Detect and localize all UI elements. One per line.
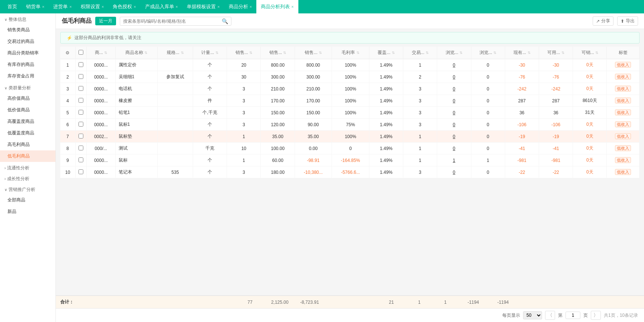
cell-sales-price: 100.00 xyxy=(261,143,295,154)
col-sales-qty[interactable]: 销售... ⇅ xyxy=(227,47,261,59)
cell-sales-price: 120.00 xyxy=(261,119,295,131)
col-available-stock[interactable]: 可用... ⇅ xyxy=(539,47,573,59)
cell-checkbox[interactable] xyxy=(75,71,86,83)
sidebar-item-new-goods[interactable]: 新品 xyxy=(0,206,55,217)
col-saleable-days[interactable]: 可销... ⇅ xyxy=(573,47,607,59)
sidebar-item-goods-category-rate[interactable]: 商品分类助销率 xyxy=(0,47,55,59)
cell-name[interactable]: 吴细细1 xyxy=(115,71,157,83)
sidebar-item-low-margin[interactable]: 低毛利商品 xyxy=(0,150,55,162)
cell-name[interactable]: 笔记本 xyxy=(115,166,157,178)
next-page-button[interactable]: 〉 xyxy=(591,311,601,320)
sidebar-item-low-value[interactable]: 低价值商品 xyxy=(0,104,55,116)
cell-current-stock: -106 xyxy=(505,119,539,131)
sidebar-item-traded-goods[interactable]: 交易过的商品 xyxy=(0,36,55,47)
nav-close-sales[interactable]: × xyxy=(42,4,44,9)
cell-browse1[interactable]: 0 xyxy=(437,119,471,131)
search-box[interactable]: 🔍 xyxy=(120,17,231,26)
col-tag[interactable]: 标签 xyxy=(607,47,640,59)
col-trade-count[interactable]: 交易... ⇅ xyxy=(403,47,437,59)
nav-close-goods[interactable]: × xyxy=(250,4,252,9)
sidebar-item-stock-goods[interactable]: 有库存的商品 xyxy=(0,59,55,70)
col-spec[interactable]: 规格... ⇅ xyxy=(157,47,193,59)
cell-browse1[interactable]: 1 xyxy=(437,154,471,166)
cell-current-stock: -41 xyxy=(505,143,539,154)
col-sales-price[interactable]: 销售... ⇅ xyxy=(261,47,295,59)
nav-template-settings[interactable]: 单据模板设置× xyxy=(182,0,224,13)
sidebar-item-high-margin[interactable]: 高毛利商品 xyxy=(0,139,55,150)
footer-browse2: 1 xyxy=(432,300,458,305)
cell-name[interactable]: 鼠标垫 xyxy=(115,131,157,143)
nav-close-role[interactable]: × xyxy=(134,4,136,9)
nav-close-product[interactable]: × xyxy=(176,4,178,9)
cell-name[interactable]: 鼠标1 xyxy=(115,119,157,131)
cell-browse1[interactable]: 0 xyxy=(437,59,471,71)
cell-browse1[interactable]: 0 xyxy=(437,107,471,119)
cell-checkbox[interactable] xyxy=(75,143,86,154)
cell-checkbox[interactable] xyxy=(75,154,86,166)
nav-close-goods-list[interactable]: × xyxy=(291,4,294,9)
col-gross-margin[interactable]: 毛利率 ⇅ xyxy=(332,47,369,59)
time-filter-button[interactable]: 近一月 xyxy=(95,17,116,25)
sidebar-item-high-coverage[interactable]: 高覆盖度商品 xyxy=(0,116,55,127)
cell-checkbox[interactable] xyxy=(75,83,86,95)
cell-name[interactable]: 电话机 xyxy=(115,83,157,95)
cell-checkbox[interactable] xyxy=(75,59,86,71)
col-code[interactable]: 商... ⇅ xyxy=(86,47,115,59)
nav-goods-analysis-list[interactable]: 商品分析列表× xyxy=(256,0,298,13)
sidebar-group-circulation[interactable]: › 流通性分析 xyxy=(0,162,55,173)
col-sales-amount[interactable]: 销售... ⇅ xyxy=(295,47,332,59)
sidebar-item-low-coverage[interactable]: 低覆盖度商品 xyxy=(0,127,55,139)
col-checkbox[interactable] xyxy=(75,47,86,59)
nav-permission[interactable]: 权限设置× xyxy=(76,0,108,13)
notice-text: 这部分商品的利润非常低，请关注 xyxy=(74,35,141,41)
cell-name[interactable]: 属性定价 xyxy=(115,59,157,71)
sidebar-item-high-value[interactable]: 高价值商品 xyxy=(0,93,55,104)
cell-checkbox[interactable] xyxy=(75,107,86,119)
cell-name[interactable]: 鼠标 xyxy=(115,154,157,166)
cell-checkbox[interactable] xyxy=(75,119,86,131)
sidebar-item-all-goods[interactable]: 全部商品 xyxy=(0,194,55,206)
cell-checkbox[interactable] xyxy=(75,95,86,107)
sidebar-group-overall[interactable]: ∨ 整体信息 xyxy=(0,13,55,24)
cell-browse1[interactable]: 0 xyxy=(437,95,471,107)
nav-close-purchase[interactable]: × xyxy=(69,4,71,9)
cell-sales-qty: 3 xyxy=(227,95,261,107)
nav-close-template[interactable]: × xyxy=(217,4,220,9)
col-unit[interactable]: 计量... ⇅ xyxy=(193,47,227,59)
col-settings[interactable]: ⚙ xyxy=(60,47,75,59)
nav-sales-order[interactable]: 销货单× xyxy=(22,0,49,13)
nav-goods-analysis[interactable]: 商品分析× xyxy=(224,0,256,13)
cell-browse1[interactable]: 0 xyxy=(437,71,471,83)
page-input[interactable] xyxy=(565,312,580,319)
cell-browse1[interactable]: 0 xyxy=(437,143,471,154)
search-input[interactable] xyxy=(123,19,222,24)
cell-name[interactable]: 测试 xyxy=(115,143,157,154)
sidebar-item-sales-goods[interactable]: 销售类商品 xyxy=(0,24,55,36)
col-browse1[interactable]: 浏览... ⇅ xyxy=(437,47,471,59)
nav-close-permission[interactable]: × xyxy=(102,4,104,9)
prev-page-button[interactable]: 〈 xyxy=(545,311,555,320)
nav-home[interactable]: 首页 xyxy=(3,0,22,13)
cell-browse1[interactable]: 0 xyxy=(437,166,471,178)
select-all-checkbox[interactable] xyxy=(79,50,83,55)
cell-name[interactable]: 铅笔1 xyxy=(115,107,157,119)
cell-browse1[interactable]: 0 xyxy=(437,131,471,143)
share-button[interactable]: ↗ 分享 xyxy=(593,16,613,26)
sidebar-group-growth[interactable]: › 成长性分析 xyxy=(0,173,55,184)
nav-product-entry[interactable]: 产成品入库单× xyxy=(141,0,182,13)
cell-browse1[interactable]: 0 xyxy=(437,83,471,95)
sidebar-group-cluster[interactable]: ∨ 类群量分析 xyxy=(0,82,55,93)
nav-role-auth[interactable]: 角色授权× xyxy=(108,0,140,13)
col-coverage[interactable]: 覆盖... ⇅ xyxy=(369,47,403,59)
sidebar-item-stock-capital[interactable]: 库存资金占用 xyxy=(0,70,55,82)
col-current-stock[interactable]: 现有... ⇅ xyxy=(505,47,539,59)
cell-checkbox[interactable] xyxy=(75,166,86,178)
cell-name[interactable]: 橡皮擦 xyxy=(115,95,157,107)
per-page-select[interactable]: 50 20 100 xyxy=(523,311,542,319)
col-browse2[interactable]: 浏览... ⇅ xyxy=(471,47,505,59)
export-button[interactable]: ⬆ 导出 xyxy=(617,16,638,26)
cell-checkbox[interactable] xyxy=(75,131,86,143)
nav-purchase-order[interactable]: 进货单× xyxy=(49,0,76,13)
sidebar-group-marketing[interactable]: ∨ 营销推广分析 xyxy=(0,184,55,194)
col-name[interactable]: 商品名称 ⇅ xyxy=(115,47,157,59)
